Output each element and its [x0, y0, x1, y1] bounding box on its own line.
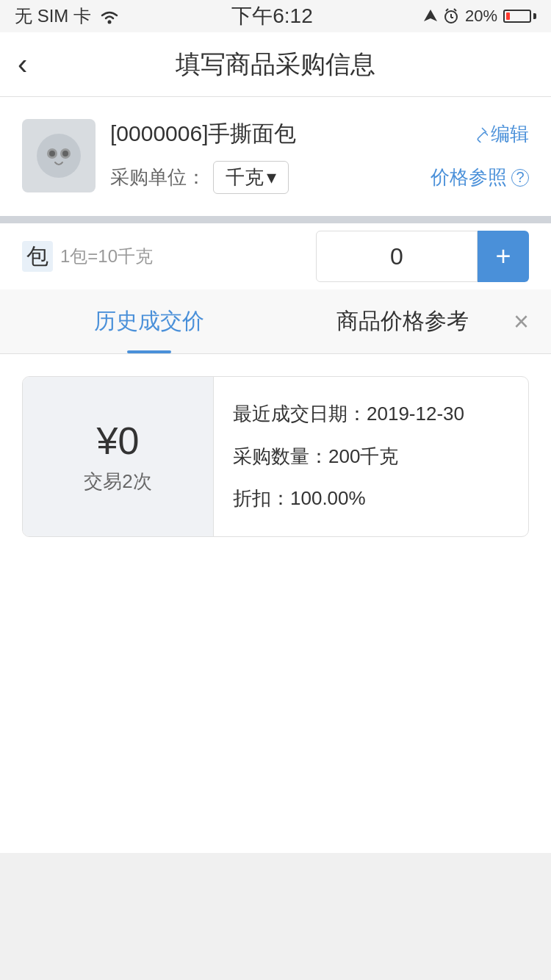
tab-history-price[interactable]: 历史成交价	[22, 289, 276, 353]
page-title: 填写商品采购信息	[176, 48, 375, 82]
nav-bar: ‹ 填写商品采购信息	[0, 32, 551, 97]
status-right: 20%	[424, 7, 536, 26]
quantity-plus-button[interactable]: +	[478, 231, 529, 282]
svg-point-0	[108, 21, 112, 24]
product-image	[22, 119, 96, 192]
tabs-container: 历史成交价 商品价格参考 ×	[0, 289, 551, 354]
price-transactions: 交易2次	[84, 469, 151, 494]
section-separator	[0, 216, 551, 223]
location-icon	[424, 8, 437, 24]
svg-rect-12	[478, 131, 488, 142]
purchase-quantity-value: 200千克	[328, 445, 398, 467]
svg-line-6	[454, 9, 456, 11]
wifi-icon	[98, 8, 120, 24]
carrier-text: 无 SIM 卡	[15, 4, 91, 28]
svg-line-5	[446, 9, 448, 11]
product-card: [0000006]手撕面包 编辑 采购单位： 千克 ▾	[0, 97, 551, 216]
unit-conversion: 1包=10千克	[60, 245, 153, 268]
bottom-space	[0, 559, 551, 853]
alarm-icon	[443, 8, 459, 24]
svg-point-11	[62, 151, 68, 156]
quantity-row: 包 1包=10千克 +	[0, 223, 551, 289]
quantity-input-group: +	[316, 231, 529, 282]
price-ref-button[interactable]: 价格参照 ?	[431, 165, 529, 190]
purchase-quantity-label: 采购数量：	[233, 445, 328, 467]
discount-value: 100.00%	[290, 487, 366, 509]
quantity-input[interactable]	[316, 231, 478, 282]
price-history-content: ¥0 交易2次 最近成交日期：2019-12-30 采购数量：200千克 折扣：…	[0, 354, 551, 559]
tab-price-reference[interactable]: 商品价格参考	[276, 289, 529, 353]
product-name: [0000006]手撕面包	[110, 119, 296, 149]
back-button[interactable]: ‹	[18, 48, 27, 81]
discount-row: 折扣：100.00%	[233, 483, 509, 514]
recent-date-label: 最近成交日期：	[233, 403, 367, 425]
status-left: 无 SIM 卡	[15, 4, 120, 28]
product-logo	[33, 130, 84, 181]
recent-date-row: 最近成交日期：2019-12-30	[233, 399, 509, 430]
tab-active-underline	[127, 350, 171, 353]
price-summary: ¥0 交易2次	[23, 377, 214, 536]
product-details: [0000006]手撕面包 编辑 采购单位： 千克 ▾	[110, 119, 529, 194]
unit-dropdown[interactable]: 千克 ▾	[213, 161, 289, 194]
price-card: ¥0 交易2次 最近成交日期：2019-12-30 采购数量：200千克 折扣：…	[22, 376, 529, 537]
status-time: 下午6:12	[231, 2, 313, 30]
battery-icon	[503, 10, 536, 23]
edit-button[interactable]: 编辑	[472, 121, 529, 147]
recent-date-value: 2019-12-30	[367, 403, 464, 425]
status-bar: 无 SIM 卡 下午6:12 20%	[0, 0, 551, 32]
svg-point-10	[49, 151, 55, 156]
unit-box-label: 包	[22, 241, 53, 272]
purchase-quantity-row: 采购数量：200千克	[233, 442, 509, 472]
edit-icon	[472, 126, 488, 143]
product-unit: 采购单位： 千克 ▾	[110, 161, 289, 194]
svg-marker-1	[424, 10, 437, 21]
quantity-label: 包 1包=10千克	[22, 241, 153, 272]
price-ref-help-icon[interactable]: ?	[511, 169, 529, 187]
battery-percent: 20%	[465, 7, 497, 26]
tab-close-button[interactable]: ×	[514, 306, 529, 337]
discount-label: 折扣：	[233, 487, 290, 509]
svg-point-7	[37, 134, 81, 178]
price-amount: ¥0	[97, 419, 140, 463]
price-details: 最近成交日期：2019-12-30 采购数量：200千克 折扣：100.00%	[214, 377, 528, 536]
